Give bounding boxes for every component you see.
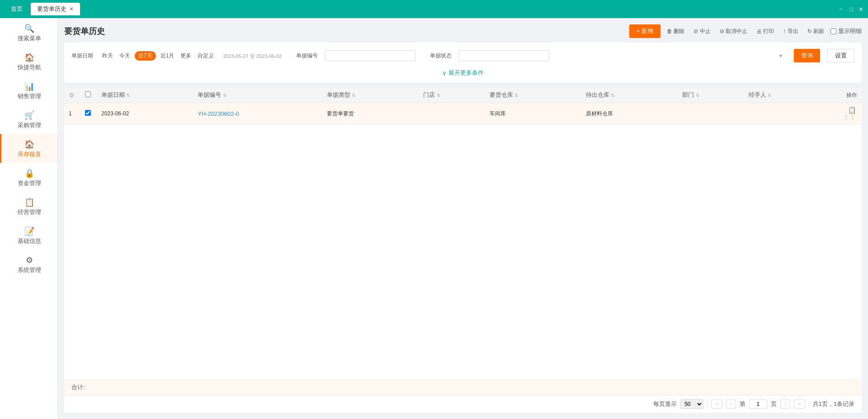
col-department[interactable]: 部门 ⇅ [678, 87, 744, 103]
lock-icon: 🔒 [24, 169, 34, 177]
tab-active[interactable]: 要货单历史 ✕ [31, 3, 80, 15]
search-icon: 🔍 [24, 24, 34, 33]
toolbar: + 新增 🗑 删除 ⊘ 中止 ⊘ 取消中止 🖨 打印 ↑ 导出 ↻ 刷新 显示明… [629, 24, 862, 38]
col-req-warehouse[interactable]: 要货仓库 ⇅ [485, 87, 581, 103]
sidebar-item-sales[interactable]: 📊 销售管理 [0, 76, 57, 105]
date-today[interactable]: 今天 [118, 51, 132, 61]
query-button[interactable]: 查询 [794, 49, 820, 62]
pagination-bar: 每页显示 50 10 20 100 « ‹ 第 页 › » 共1页，1条记录 [64, 395, 862, 413]
col-handler[interactable]: 经手人 ⇅ [744, 87, 826, 103]
row-type: 要货单要货 [322, 103, 419, 124]
doc-number-input[interactable] [325, 50, 415, 61]
col-type[interactable]: 单据类型 ⇅ [322, 87, 419, 103]
doc-number-label: 单据编号 [296, 52, 318, 60]
tab-close-icon[interactable]: ✕ [69, 6, 74, 12]
table-footer: 合计: [64, 379, 862, 395]
prev-page-button[interactable]: ‹ [726, 400, 736, 409]
filter-area: 单据日期 昨天 今天 近7天 近1月 更多 自定义 2023-05-27 至 2… [64, 43, 862, 82]
col-number[interactable]: 单据编号 ⇅ [193, 87, 322, 103]
row-select-checkbox[interactable] [85, 110, 91, 116]
sidebar-item-inventory[interactable]: 🏠 库存核算 [0, 134, 57, 163]
next-page-button[interactable]: › [780, 400, 790, 409]
sidebar-item-purchase[interactable]: 🛒 采购管理 [0, 105, 57, 134]
date-range-wrapper: 2023-05-27 至 2023-06-02 [223, 52, 282, 60]
tab-home[interactable]: 首页 [5, 3, 29, 15]
refresh-button[interactable]: ↻ 刷新 [805, 26, 827, 37]
table-area: ⚙ 单据日期 ⇅ 单据编号 ⇅ [64, 87, 862, 413]
chevron-down-icon: ▼ [778, 53, 783, 58]
minimize-icon[interactable]: － [838, 5, 844, 13]
cart-icon: 🛒 [24, 111, 34, 119]
col-action: 操作 [826, 87, 862, 103]
settings-icon[interactable]: ⚙ [69, 91, 75, 99]
data-table: ⚙ 单据日期 ⇅ 单据编号 ⇅ [64, 87, 862, 124]
expand-more-button[interactable]: ∨ 展开更多条件 [71, 67, 854, 79]
status-select[interactable] [459, 50, 549, 61]
top-bar-right: － □ ✕ [838, 5, 863, 13]
date-label: 单据日期 [71, 52, 93, 60]
sidebar-item-basic[interactable]: 📝 基础信息 [0, 221, 57, 250]
row-date: 2023-06-02 [97, 103, 193, 124]
col-target-warehouse[interactable]: 待出仓库 ⇅ [581, 87, 678, 103]
table-row: 1 2023-06-02 YH-20230602-0 要货单要货 车间库 原材料… [64, 103, 862, 124]
filter-row-1: 单据日期 昨天 今天 近7天 近1月 更多 自定义 2023-05-27 至 2… [71, 49, 854, 62]
warehouse-icon: 🏠 [24, 140, 34, 148]
sort-icon: ⇅ [126, 93, 130, 98]
new-button[interactable]: + 新增 [629, 24, 660, 38]
row-more-icon[interactable]: ⋮⋮ [843, 114, 856, 121]
row-store [419, 103, 485, 124]
date-7days[interactable]: 近7天 [135, 51, 156, 61]
date-custom[interactable]: 自定义 [196, 51, 216, 61]
divider [809, 401, 809, 407]
sidebar-item-system[interactable]: ⚙ 系统管理 [0, 250, 57, 279]
col-settings: ⚙ [64, 87, 80, 103]
print-button[interactable]: 🖨 打印 [754, 26, 777, 37]
date-filter: 昨天 今天 近7天 近1月 更多 自定义 [100, 51, 216, 61]
show-detail-input[interactable] [830, 29, 836, 34]
main-content: 要货单历史 + 新增 🗑 删除 ⊘ 中止 ⊘ 取消中止 🖨 打印 ↑ 导出 ↻ … [58, 18, 868, 419]
sort-icon: ⇅ [611, 93, 614, 98]
date-1month[interactable]: 近1月 [159, 51, 176, 61]
page-number-input[interactable] [749, 400, 767, 409]
date-more[interactable]: 更多 [179, 51, 193, 61]
page-title: 要货单历史 [64, 26, 105, 37]
sort-icon: ⇅ [514, 93, 518, 98]
col-date[interactable]: 单据日期 ⇅ [97, 87, 193, 103]
per-page-select[interactable]: 50 10 20 100 [680, 399, 703, 409]
row-target-warehouse: 原材料仓库 [581, 103, 678, 124]
date-yesterday[interactable]: 昨天 [100, 51, 115, 61]
show-detail-checkbox[interactable]: 显示明细 [830, 27, 862, 35]
page-header: 要货单历史 + 新增 🗑 删除 ⊘ 中止 ⊘ 取消中止 🖨 打印 ↑ 导出 ↻ … [64, 24, 862, 38]
cancel-stop-button[interactable]: ⊘ 取消中止 [717, 26, 750, 37]
table-header-row: ⚙ 单据日期 ⇅ 单据编号 ⇅ [64, 87, 862, 103]
chart-icon: 📊 [24, 82, 34, 90]
sidebar-item-finance[interactable]: 🔒 资金管理 [0, 163, 57, 192]
row-index: 1 [64, 103, 80, 124]
first-page-button[interactable]: « [711, 400, 722, 409]
doc-number-link[interactable]: YH-20230602-0 [198, 110, 239, 117]
sort-icon: ⇅ [352, 93, 355, 98]
col-checkbox [80, 87, 97, 103]
sort-icon: ⇅ [437, 93, 440, 98]
maximize-icon[interactable]: □ [849, 6, 853, 13]
status-select-wrapper: ▼ [459, 50, 787, 61]
sidebar-item-quicknav[interactable]: 🏠 快捷导航 [0, 47, 57, 76]
clipboard-icon: 📋 [24, 198, 34, 206]
divider [707, 401, 708, 407]
select-all-checkbox[interactable] [85, 91, 91, 97]
pagination-summary: 共1页，1条记录 [813, 400, 854, 408]
last-page-button[interactable]: » [794, 400, 805, 409]
home-icon: 🏠 [24, 53, 34, 62]
row-number: YH-20230602-0 [193, 103, 322, 124]
col-store[interactable]: 门店 ⇅ [419, 87, 485, 103]
settings-button[interactable]: 设置 [827, 49, 854, 62]
gear-icon: ⚙ [26, 256, 33, 264]
sidebar-item-operations[interactable]: 📋 经营管理 [0, 192, 57, 221]
sidebar-item-search[interactable]: 🔍 搜索菜单 [0, 18, 57, 47]
delete-button[interactable]: 🗑 删除 [664, 26, 687, 37]
export-button[interactable]: ↑ 导出 [780, 26, 801, 37]
row-edit-icon[interactable]: 📋 [848, 106, 856, 114]
stop-button[interactable]: ⊘ 中止 [691, 26, 713, 37]
close-window-icon[interactable]: ✕ [859, 6, 863, 13]
sidebar: 🔍 搜索菜单 🏠 快捷导航 📊 销售管理 🛒 采购管理 🏠 库存核算 🔒 资金管… [0, 18, 58, 419]
